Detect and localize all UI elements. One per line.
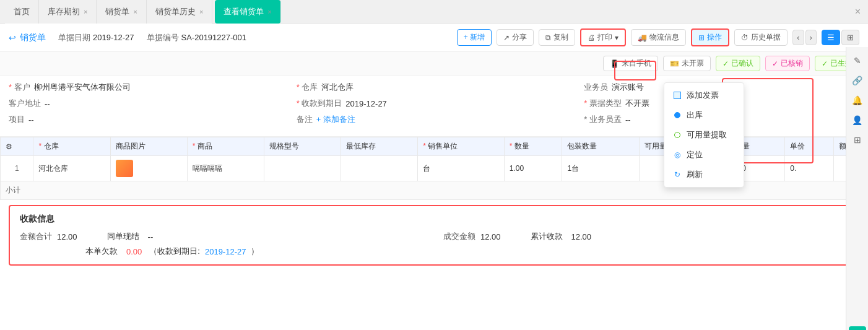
share-icon: ↗ <box>503 33 510 42</box>
product-image <box>116 160 133 177</box>
dropdown-outbound[interactable]: 出库 <box>664 105 744 125</box>
note-field: 备注 + 添加备注 <box>297 114 572 125</box>
table-icon: ⊞ <box>854 135 861 145</box>
copy-icon: ⧉ <box>545 33 551 42</box>
truck-icon: 🚚 <box>638 33 647 42</box>
col-pack-qty: 包装数量 <box>562 137 639 156</box>
available-qty-icon <box>673 131 682 139</box>
main-content: ↩ 销货单 单据日期 2019-12-27 单据编号 SA-20191227-0… <box>0 24 868 330</box>
doc-meta: 单据日期 2019-12-27 单据编号 SA-20191227-001 <box>58 32 246 43</box>
history-icon: ⏱ <box>741 33 749 42</box>
ticket-icon: 🎫 <box>670 59 679 68</box>
payment-title: 收款信息 <box>20 214 848 225</box>
row-pack-qty: 1台 <box>562 156 639 181</box>
outstanding-row: 本单欠款 0.00 （收款到期日: 2019-12-27 ） <box>20 246 425 257</box>
nav-arrows: ‹ › <box>792 30 817 45</box>
sidebar-user-button[interactable]: 👤 <box>849 111 866 129</box>
col-quantity: * 数量 <box>504 137 562 156</box>
tab-bar: 首页 库存期初 × 销货单 × 销货单历史 × 查看销货单 × × <box>0 0 868 24</box>
tab-close-sales[interactable]: × <box>133 8 137 15</box>
phone-icon: 📱 <box>610 59 619 68</box>
row-product-img <box>110 156 187 181</box>
row-unit-price: 0. <box>785 156 833 181</box>
print-icon: 🖨 <box>588 33 595 42</box>
print-dropdown-arrow: ▾ <box>615 33 618 42</box>
sidebar-expand-button[interactable]: ⤢ <box>849 326 866 330</box>
edit-icon: ✎ <box>854 56 861 66</box>
col-settings[interactable]: ⚙ <box>1 137 33 156</box>
project-field: 项目 -- <box>9 114 284 125</box>
tab-sales-order[interactable]: 销货单 × <box>97 0 146 24</box>
doc-title: ↩ 销货单 <box>9 32 46 43</box>
sidebar-bell-button[interactable]: 🔔 <box>849 92 866 109</box>
sidebar-edit-button[interactable]: ✎ <box>849 52 866 69</box>
sales-order-icon: ↩ <box>9 33 16 43</box>
row-spec <box>264 156 341 181</box>
print-button[interactable]: 🖨 打印 ▾ <box>580 28 626 46</box>
next-button[interactable]: › <box>805 30 817 45</box>
list-view-button[interactable]: ☰ <box>822 30 840 45</box>
pin-icon: ◎ <box>673 150 682 159</box>
ops-icon: ⊞ <box>698 33 705 42</box>
outbound-icon <box>673 111 682 119</box>
sold-check-icon: ✓ <box>772 59 778 68</box>
col-warehouse: * 仓库 <box>33 137 110 156</box>
window-close-button[interactable]: × <box>855 6 861 17</box>
logistics-button[interactable]: 🚚 物流信息 <box>631 29 686 46</box>
confirm-button[interactable]: ✓ 已确认 <box>716 56 760 71</box>
sold-badge[interactable]: ✓ 已核销 <box>765 56 810 71</box>
unopened-button[interactable]: 🎫 未开票 <box>663 56 711 71</box>
doc-toolbar: + 新增 ↗ 分享 ⧉ 复制 🖨 打印 ▾ 🚚 物流信息 <box>457 28 859 46</box>
tab-home[interactable]: 首页 <box>5 0 39 24</box>
col-sales-unit: * 销售单位 <box>418 137 504 156</box>
tab-close-view[interactable]: × <box>267 8 271 15</box>
action-row: 📱 来自手机 🎫 未开票 ✓ 已确认 ✓ 已核销 ✓ 已生效 <box>0 52 868 76</box>
row-min-stock <box>341 156 418 181</box>
row-sales-unit: 台 <box>418 156 504 181</box>
link-icon: 🔗 <box>852 76 862 85</box>
tab-close-history[interactable]: × <box>199 8 203 15</box>
invoice-icon <box>673 91 682 100</box>
refresh-icon: ↻ <box>673 170 682 179</box>
col-unit-price: 单价 <box>785 137 833 156</box>
ops-dropdown-menu: 添加发票 出库 可用量提取 ◎ 定位 ↻ 刷新 <box>664 82 744 188</box>
row-product: 嗝嗝嗝嗝 <box>187 156 264 181</box>
col-spec: 规格型号 <box>264 137 341 156</box>
dropdown-available-qty[interactable]: 可用量提取 <box>664 125 744 145</box>
copy-button[interactable]: ⧉ 复制 <box>539 29 575 46</box>
col-product-img: 商品图片 <box>110 137 187 156</box>
payment-info: 收款信息 金额合计 12.00 同单现结 -- 成交金额 12.00 累计收款 … <box>9 205 859 266</box>
row-quantity: 1.00 <box>504 156 562 181</box>
doc-header: ↩ 销货单 单据日期 2019-12-27 单据编号 SA-20191227-0… <box>0 24 868 52</box>
new-button[interactable]: + 新增 <box>457 29 492 46</box>
effective-check-icon: ✓ <box>822 59 828 68</box>
col-min-stock: 最低库存 <box>341 137 418 156</box>
tab-close-inventory[interactable]: × <box>84 8 87 15</box>
user-icon: 👤 <box>852 115 862 125</box>
dropdown-refresh[interactable]: ↻ 刷新 <box>664 165 744 185</box>
address-field: 客户地址 -- <box>9 98 284 109</box>
sidebar-link-button[interactable]: 🔗 <box>849 72 866 89</box>
tab-inventory-init[interactable]: 库存期初 × <box>39 0 97 24</box>
ops-button[interactable]: ⊞ 操作 <box>691 28 729 46</box>
total-row: 金额合计 12.00 同单现结 -- <box>20 231 425 242</box>
prev-button[interactable]: ‹ <box>792 30 804 45</box>
right-sidebar: ✎ 🔗 🔔 👤 ⊞ ⤢ <box>846 47 868 330</box>
bell-icon: 🔔 <box>852 95 862 105</box>
sidebar-table-button[interactable]: ⊞ <box>849 131 866 149</box>
row-warehouse: 河北仓库 <box>33 156 110 181</box>
payment-grid: 金额合计 12.00 同单现结 -- 成交金额 12.00 累计收款 12.00… <box>20 231 848 257</box>
dropdown-locate[interactable]: ◎ 定位 <box>664 145 744 165</box>
grid-view-button[interactable]: ⊞ <box>841 30 859 45</box>
tab-sales-history[interactable]: 销货单历史 × <box>147 0 212 24</box>
dropdown-add-invoice[interactable]: 添加发票 <box>664 85 744 105</box>
from-phone-button[interactable]: 📱 来自手机 <box>603 56 658 71</box>
share-button[interactable]: ↗ 分享 <box>497 29 534 46</box>
customer-field: 客户 柳州粤港平安气体有限公司 <box>9 82 284 93</box>
history-button[interactable]: ⏱ 历史单据 <box>734 29 788 46</box>
deal-row: 成交金额 12.00 累计收款 12.00 <box>443 231 848 242</box>
check-icon: ✓ <box>723 59 729 68</box>
view-toggle: ☰ ⊞ <box>822 30 859 45</box>
tab-view-sales[interactable]: 查看销货单 × <box>215 0 280 24</box>
due-date-field: 收款到期日 2019-12-27 <box>297 98 572 109</box>
